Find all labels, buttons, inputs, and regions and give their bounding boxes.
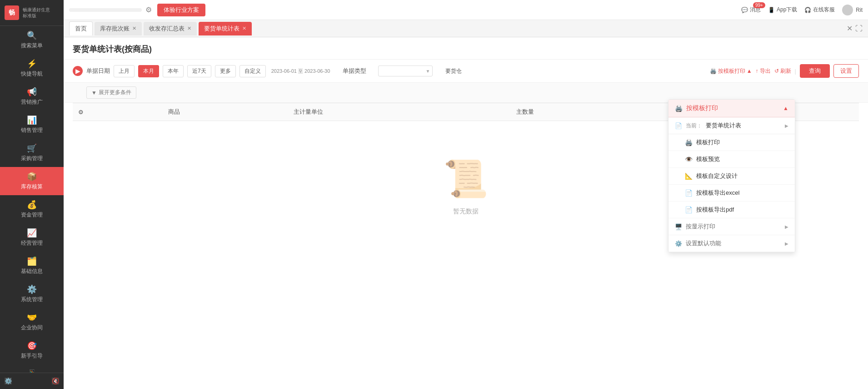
shortcut-icon: ⚡ xyxy=(27,59,37,69)
sidebar-item-label: 销售管理 xyxy=(21,126,43,134)
sidebar-item-search[interactable]: 🔍 搜索菜单 xyxy=(0,26,64,54)
template-print-label: 模板打印 xyxy=(696,138,720,147)
type-filter-label: 单据类型 xyxy=(343,67,366,75)
sidebar-item-label: 资金管理 xyxy=(21,211,43,219)
refresh-btn[interactable]: ↺ 刷新 xyxy=(774,67,791,75)
sidebar-mute-btn[interactable]: 🔇 xyxy=(52,378,59,384)
date-custom-btn[interactable]: 自定义 xyxy=(239,65,266,77)
online-service-badge[interactable]: 🎧 在线客服 xyxy=(804,6,835,14)
dropdown-display-print[interactable]: 🖥️ 按显示打印 ▶ xyxy=(668,218,795,235)
sidebar-item-label: 系统管理 xyxy=(21,296,43,303)
dropdown-item-export-pdf[interactable]: 📄 按模板导出pdf xyxy=(668,202,795,218)
display-print-left: 🖥️ 按显示打印 xyxy=(675,222,715,231)
dropdown-title: 🖨️ 按模板打印 xyxy=(675,104,718,112)
sidebar-item-finance[interactable]: 💰 资金管理 xyxy=(0,195,64,223)
table-header-checkbox[interactable]: ⚙ xyxy=(73,103,163,121)
date-7days-btn[interactable]: 近7天 xyxy=(187,65,211,77)
sidebar-settings-btn[interactable]: ⚙️ xyxy=(5,378,12,384)
tab-collect-summary-close[interactable]: ✕ xyxy=(187,25,191,31)
print-arrow-icon: ▲ xyxy=(747,68,752,74)
query-btn[interactable]: 查询 xyxy=(800,64,830,78)
expand-icon: ▼ xyxy=(91,90,97,96)
dropdown-item-export-excel[interactable]: 📄 按模板导出excel xyxy=(668,185,795,202)
dropdown-collapse-icon[interactable]: ▲ xyxy=(783,105,788,111)
export-excel-label: 按模板导出excel xyxy=(696,189,739,197)
tab-maximize-btn[interactable]: ⛶ xyxy=(855,25,863,33)
date-this-year-btn[interactable]: 本年 xyxy=(163,65,184,77)
user-menu[interactable]: Rit xyxy=(842,5,863,15)
page-content: 要货单统计表(按商品) ▶ 单据日期 上月 本月 本年 近7天 更多 自定义 2… xyxy=(64,37,868,389)
type-filter-select[interactable] xyxy=(378,66,433,76)
dropdown-item-template-print[interactable]: 🖨️ 模板打印 xyxy=(668,134,795,151)
sidebar-item-app[interactable]: 📱 应用中心 xyxy=(0,364,64,373)
sidebar-item-system[interactable]: ⚙️ 系统管理 xyxy=(0,280,64,308)
date-range-display: 2023-06-01 至 2023-06-30 xyxy=(271,68,330,75)
system-icon: ⚙️ xyxy=(27,284,37,294)
sidebar-item-corp[interactable]: 🤝 企业协同 xyxy=(0,308,64,336)
dropdown-item-template-preview[interactable]: 👁️ 模板预览 xyxy=(668,151,795,168)
print-dropdown-btn[interactable]: 🖨️ 按模板打印 ▲ xyxy=(710,67,752,75)
tab-inventory-batch[interactable]: 库存批次账 ✕ xyxy=(95,22,142,35)
sidebar: 畅 畅康通好生意 标准版 🔍 搜索菜单 ⚡ 快捷导航 📢 营销推广 📊 销售管理… xyxy=(0,0,64,389)
sidebar-item-label: 基础信息 xyxy=(21,268,43,275)
sidebar-item-marketing[interactable]: 📢 营销推广 xyxy=(0,82,64,111)
message-badge[interactable]: 💬 消息 99+ xyxy=(741,6,761,14)
export-btn[interactable]: ↑ 导出 xyxy=(756,67,771,75)
tab-home[interactable]: 首页 xyxy=(69,21,93,35)
current-template-left: 📄 当前： 要货单统计表 xyxy=(675,121,741,130)
sidebar-item-operation[interactable]: 📈 经营管理 xyxy=(0,223,64,252)
download-icon: 📱 xyxy=(768,7,775,13)
tab-order-stats[interactable]: 要货单统计表 ✕ xyxy=(199,22,252,35)
dropdown-set-default[interactable]: ⚙️ 设置默认功能 ▶ xyxy=(668,235,795,252)
sidebar-item-basic[interactable]: 🗂️ 基础信息 xyxy=(0,252,64,280)
tab-order-stats-close[interactable]: ✕ xyxy=(242,25,246,31)
corp-icon: 🤝 xyxy=(27,313,37,323)
app-download-badge[interactable]: 📱 App下载 xyxy=(768,6,797,14)
dropdown-item-left: 📐 模板自定义设计 xyxy=(685,172,738,180)
sidebar-item-shortcut[interactable]: ⚡ 快捷导航 xyxy=(0,54,64,82)
tab-inventory-batch-label: 库存批次账 xyxy=(100,25,130,33)
toolbar-actions: 🖨️ 按模板打印 ▲ ↑ 导出 ↺ 刷新 | 查询 设置 xyxy=(710,64,859,78)
sidebar-item-label: 搜索菜单 xyxy=(21,42,43,50)
date-more-btn[interactable]: 更多 xyxy=(215,65,236,77)
type-select-wrapper: 单据类型 ▼ xyxy=(343,66,433,76)
trial-button[interactable]: 体验行业方案 xyxy=(157,4,205,16)
dropdown-item-left: 📄 按模板导出pdf xyxy=(685,206,734,214)
date-this-month-btn[interactable]: 本月 xyxy=(138,65,159,77)
date-last-month-btn[interactable]: 上月 xyxy=(114,65,135,77)
sales-icon: 📊 xyxy=(27,115,37,125)
print-icon: 🖨️ xyxy=(710,68,717,74)
refresh-icon: ↺ xyxy=(774,68,779,74)
set-default-icon: ⚙️ xyxy=(675,240,682,247)
sidebar-item-label: 企业协同 xyxy=(21,324,43,332)
sidebar-item-label: 经营管理 xyxy=(21,239,43,247)
tab-close-all-btn[interactable]: ✕ xyxy=(847,24,853,33)
settings-btn[interactable]: 设置 xyxy=(833,64,859,78)
current-value: 要货单统计表 xyxy=(706,121,741,130)
tabs-right-controls: ✕ ⛶ xyxy=(847,24,863,33)
expand-more-btn[interactable]: ▼ 展开更多条件 xyxy=(86,86,136,99)
topbar: ⚙ 体验行业方案 💬 消息 99+ 📱 App下载 🎧 在线客服 Rit xyxy=(64,0,868,20)
sidebar-item-purchase[interactable]: 🛒 采购管理 xyxy=(0,139,64,167)
topbar-gear-icon[interactable]: ⚙ xyxy=(145,5,152,14)
sidebar-item-newbie[interactable]: 🎯 新手引导 xyxy=(0,336,64,364)
export-label: 导出 xyxy=(760,67,771,75)
expand-left-btn[interactable]: ▶ xyxy=(73,66,83,76)
template-preview-label: 模板预览 xyxy=(696,155,720,163)
operation-icon: 📈 xyxy=(27,228,37,238)
sidebar-item-inventory[interactable]: 📦 库存核算 xyxy=(0,167,64,195)
date-filter-label: 单据日期 xyxy=(86,67,110,75)
tab-inventory-batch-close[interactable]: ✕ xyxy=(132,25,136,31)
dropdown-item-template-design[interactable]: 📐 模板自定义设计 xyxy=(668,168,795,185)
sidebar-item-sales[interactable]: 📊 销售管理 xyxy=(0,111,64,139)
tab-collect-summary[interactable]: 收发存汇总表 ✕ xyxy=(144,22,197,35)
topbar-right: 💬 消息 99+ 📱 App下载 🎧 在线客服 Rit xyxy=(741,5,863,15)
app-version: 标准版 xyxy=(23,13,50,19)
tab-collect-summary-label: 收发存汇总表 xyxy=(149,25,185,33)
print-label: 按模板打印 xyxy=(718,67,745,75)
sidebar-bottom: ⚙️ 🔇 xyxy=(0,373,64,389)
template-print-icon: 🖨️ xyxy=(685,139,693,146)
template-design-label: 模板自定义设计 xyxy=(696,172,738,180)
dropdown-header: 🖨️ 按模板打印 ▲ xyxy=(668,100,795,117)
newbie-icon: 🎯 xyxy=(27,341,37,351)
